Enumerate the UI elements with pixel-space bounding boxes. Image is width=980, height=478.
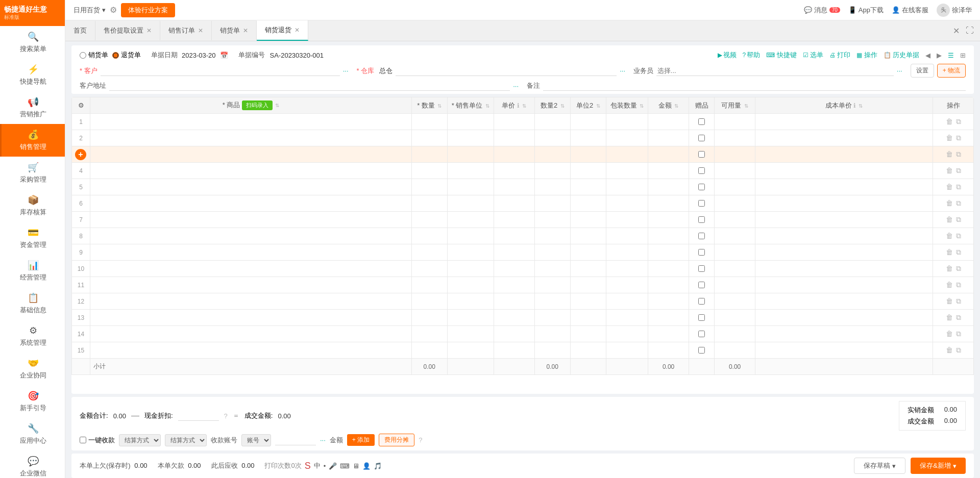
product-cell-1[interactable] (90, 114, 412, 130)
unit-cell-2[interactable] (447, 130, 494, 146)
product-cell-5[interactable] (90, 179, 412, 195)
nav-select[interactable]: 日用百货 ▾ (74, 6, 106, 15)
copy-icon-12[interactable]: ⧉ (956, 297, 961, 306)
price-cell-3[interactable] (494, 146, 534, 163)
unit2-cell-1[interactable] (570, 114, 606, 130)
cost-price-cell-8[interactable] (755, 228, 933, 244)
delete-icon-12[interactable]: 🗑 (946, 297, 953, 306)
tool4-icon[interactable]: ⌨ (340, 462, 350, 470)
tool6-icon[interactable]: 👤 (362, 462, 371, 470)
product-cell-10[interactable] (90, 261, 412, 277)
sidebar-item-13[interactable]: 💬企业微信 (0, 450, 65, 478)
delete-icon-15[interactable]: 🗑 (946, 346, 953, 355)
pack-qty-cell-5[interactable] (606, 179, 648, 195)
maximize-icon[interactable]: ⛶ (964, 25, 976, 36)
staff-ellipsis[interactable]: ··· (897, 67, 902, 74)
available-cell-8[interactable] (715, 228, 755, 244)
video-btn[interactable]: ▶ 视频 (718, 51, 737, 60)
available-cell-15[interactable] (715, 342, 755, 359)
cost-price-cell-3[interactable] (755, 146, 933, 163)
available-cell-3[interactable] (715, 146, 755, 163)
delete-icon-8[interactable]: 🗑 (946, 232, 953, 240)
gift-checkbox-4[interactable] (698, 167, 705, 174)
logistics-btn[interactable]: + 物流 (937, 64, 966, 78)
available-cell-6[interactable] (715, 195, 755, 212)
pack-qty-cell-14[interactable] (606, 326, 648, 342)
gift-checkbox-6[interactable] (698, 200, 705, 207)
gift-checkbox-1[interactable] (698, 118, 705, 125)
gift-cell-10[interactable] (689, 261, 715, 277)
unit-cell-10[interactable] (447, 261, 494, 277)
help-btn[interactable]: ? 帮助 (743, 51, 761, 60)
gift-checkbox-15[interactable] (698, 347, 705, 354)
sidebar-item-4[interactable]: 🛒采购管理 (0, 157, 65, 189)
amount-cell-7[interactable] (648, 212, 689, 228)
copy-icon-11[interactable]: ⧉ (956, 281, 961, 289)
amount-cell-6[interactable] (648, 195, 689, 212)
amount-cell-8[interactable] (648, 228, 689, 244)
qty-cell-4[interactable] (411, 163, 447, 179)
available-cell-2[interactable] (715, 130, 755, 146)
settle-select[interactable]: 结算方式 (119, 434, 161, 446)
sidebar-item-9[interactable]: ⚙系统管理 (0, 320, 65, 353)
unit2-cell-5[interactable] (570, 179, 606, 195)
delete-icon-6[interactable]: 🗑 (946, 199, 953, 208)
copy-icon-9[interactable]: ⧉ (956, 248, 961, 257)
qty2-cell-3[interactable] (534, 146, 570, 163)
available-cell-13[interactable] (715, 310, 755, 326)
price-cell-12[interactable] (494, 293, 534, 310)
radio-return[interactable]: 退货单 (112, 51, 141, 60)
gift-cell-8[interactable] (689, 228, 715, 244)
sort-unit-icon[interactable]: ⇅ (485, 103, 489, 109)
next-doc-icon[interactable]: ▶ (937, 52, 942, 59)
copy-icon-3[interactable]: ⧉ (956, 150, 961, 159)
tab-3[interactable]: 销货单✕ (212, 21, 257, 40)
price-cell-4[interactable] (494, 163, 534, 179)
amount-cell-15[interactable] (648, 342, 689, 359)
price-cell-11[interactable] (494, 277, 534, 293)
qty2-cell-12[interactable] (534, 293, 570, 310)
amount-cell-14[interactable] (648, 326, 689, 342)
gift-cell-13[interactable] (689, 310, 715, 326)
product-cell-9[interactable] (90, 244, 412, 261)
pack-qty-cell-3[interactable] (606, 146, 648, 163)
sidebar-item-0[interactable]: 🔍搜索菜单 (0, 26, 65, 59)
cost-price-cell-10[interactable] (755, 261, 933, 277)
pack-qty-cell-8[interactable] (606, 228, 648, 244)
qty-cell-15[interactable] (411, 342, 447, 359)
gift-cell-4[interactable] (689, 163, 715, 179)
copy-icon-1[interactable]: ⧉ (956, 117, 961, 126)
amount-cell-10[interactable] (648, 261, 689, 277)
product-cell-6[interactable] (90, 195, 412, 212)
price-cell-1[interactable] (494, 114, 534, 130)
amount-cell-1[interactable] (648, 114, 689, 130)
available-cell-1[interactable] (715, 114, 755, 130)
close-tab-icon[interactable]: ✕ (951, 25, 962, 37)
sidebar-item-5[interactable]: 📦库存核算 (0, 189, 65, 222)
one-key-checkbox-input[interactable] (80, 437, 86, 443)
unit2-cell-2[interactable] (570, 130, 606, 146)
sort-unit2-icon[interactable]: ⇅ (596, 103, 600, 109)
topbar-gear-icon[interactable]: ⚙ (110, 5, 117, 15)
pack-qty-cell-6[interactable] (606, 195, 648, 212)
qty2-cell-5[interactable] (534, 179, 570, 195)
product-cell-3[interactable] (90, 146, 412, 163)
qty-cell-13[interactable] (411, 310, 447, 326)
amount-cell-5[interactable] (648, 179, 689, 195)
staff-input[interactable] (656, 66, 894, 76)
sort-qty2-icon[interactable]: ⇅ (560, 103, 565, 109)
gift-checkbox-3[interactable] (698, 151, 705, 158)
delete-icon-14[interactable]: 🗑 (946, 330, 953, 338)
radio-return-input[interactable] (112, 52, 119, 59)
product-cell-15[interactable] (90, 342, 412, 359)
qty2-cell-10[interactable] (534, 261, 570, 277)
tab-4[interactable]: 销货退货✕ (257, 20, 308, 41)
available-cell-12[interactable] (715, 293, 755, 310)
amount-cell-2[interactable] (648, 130, 689, 146)
unit-cell-13[interactable] (447, 310, 494, 326)
amount-cell-4[interactable] (648, 163, 689, 179)
calc-method-select[interactable]: 结算方式 (165, 434, 207, 446)
qty-cell-5[interactable] (411, 179, 447, 195)
product-cell-8[interactable] (90, 228, 412, 244)
copy-icon-15[interactable]: ⧉ (956, 346, 961, 355)
